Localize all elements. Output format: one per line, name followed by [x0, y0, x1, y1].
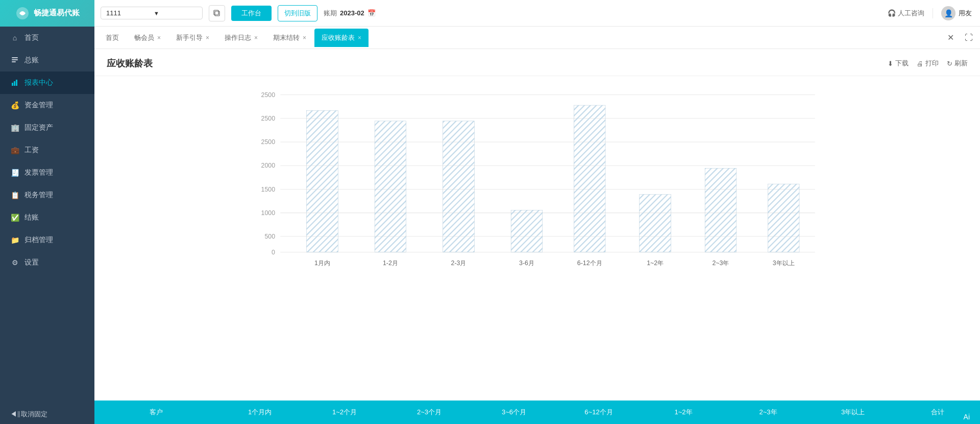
svg-rect-3 [12, 57, 18, 58]
sidebar-pin-toggle[interactable]: ◀‖取消固定 [0, 405, 94, 424]
asset-icon: 🏢 [10, 123, 19, 132]
sidebar-item-report[interactable]: 报表中心 [0, 72, 94, 94]
salary-icon: 💼 [10, 146, 19, 155]
tab-period-end[interactable]: 期末结转 × [266, 29, 313, 47]
tab-guide[interactable]: 新手引导 × [169, 29, 216, 47]
invoice-icon: 🧾 [10, 168, 19, 177]
sidebar-item-fund[interactable]: 💰 资金管理 [0, 94, 94, 116]
header: 畅捷通易代账 1111 ▼ 工作台 切到旧版 账期 2023-02 📅 🎧 人工… [0, 0, 980, 27]
calendar-icon[interactable]: 📅 [368, 9, 376, 17]
sidebar-label-asset: 固定资产 [24, 123, 53, 132]
header-divider [933, 8, 933, 18]
col-6-12month: 6~12个月 [556, 408, 641, 417]
svg-text:2500: 2500 [261, 91, 276, 99]
tab-aging[interactable]: 应收账龄表 × [314, 29, 369, 47]
sidebar-item-ledger[interactable]: 总账 [0, 49, 94, 72]
tab-member-close[interactable]: × [157, 34, 161, 41]
sidebar-label-fund: 资金管理 [24, 101, 53, 110]
svg-rect-4 [12, 59, 18, 60]
svg-rect-5 [12, 61, 16, 62]
refresh-button[interactable]: ↻ 刷新 [947, 59, 968, 68]
workbench-button[interactable]: 工作台 [231, 6, 272, 21]
svg-text:0: 0 [272, 249, 275, 256]
copy-button[interactable] [209, 5, 225, 21]
expand-tab-button[interactable]: ⛶ [962, 31, 976, 45]
print-button[interactable]: 🖨 打印 [917, 59, 939, 68]
col-3year-plus: 3年以上 [811, 408, 895, 417]
col-1month: 1个月内 [217, 408, 302, 417]
svg-rect-26 [307, 110, 338, 252]
fund-icon: 💰 [10, 101, 19, 110]
period-label: 账期 [324, 9, 337, 18]
sidebar-label-invoice: 发票管理 [24, 168, 53, 177]
col-1-2month: 1~2个月 [302, 408, 387, 417]
col-1-2year: 1~2年 [641, 408, 726, 417]
consult-button[interactable]: 🎧 人工咨询 [888, 9, 924, 18]
col-2-3year: 2~3年 [726, 408, 811, 417]
switch-version-button[interactable]: 切到旧版 [278, 5, 317, 21]
svg-text:500: 500 [264, 233, 275, 240]
sidebar-label-tax: 税务管理 [24, 191, 53, 200]
tab-guide-label: 新手引导 [176, 33, 203, 42]
sidebar-label-checkout: 结账 [24, 213, 39, 222]
tab-member[interactable]: 畅会员 × [127, 29, 168, 47]
sidebar-item-home[interactable]: ⌂ 首页 [0, 27, 94, 49]
svg-rect-30 [574, 105, 605, 252]
col-3-6month: 3~6个月 [472, 408, 556, 417]
svg-text:1-2月: 1-2月 [383, 260, 398, 267]
tab-home[interactable]: 首页 [99, 29, 126, 47]
page-content: 应收账龄表 ⬇ 下载 🖨 打印 ↻ 刷新 [94, 49, 980, 424]
refresh-icon: ↻ [947, 60, 952, 67]
sidebar-item-settings[interactable]: ⚙ 设置 [0, 251, 94, 274]
svg-rect-1 [215, 11, 219, 16]
sidebar-item-salary[interactable]: 💼 工资 [0, 139, 94, 161]
svg-text:1~2年: 1~2年 [647, 260, 664, 267]
svg-text:1000: 1000 [261, 209, 276, 217]
chart-area: 2500 2500 2500 2000 1500 1000 500 0 [94, 76, 980, 401]
print-icon: 🖨 [917, 60, 923, 67]
sidebar-item-tax[interactable]: 📋 税务管理 [0, 184, 94, 206]
svg-text:2-3月: 2-3月 [451, 260, 467, 267]
avatar-icon: 👤 [944, 9, 953, 17]
download-label: 下载 [895, 59, 909, 68]
tab-log-label: 操作日志 [225, 33, 251, 42]
page-title: 应收账龄表 [107, 57, 153, 69]
user-area[interactable]: 👤 用友 [941, 6, 972, 20]
ledger-icon [10, 56, 19, 65]
sidebar-item-asset[interactable]: 🏢 固定资产 [0, 116, 94, 139]
company-selector[interactable]: 1111 ▼ [101, 7, 203, 19]
svg-text:3-6月: 3-6月 [519, 260, 534, 267]
page-header: 应收账龄表 ⬇ 下载 🖨 打印 ↻ 刷新 [94, 49, 980, 76]
period-area: 账期 2023-02 📅 [324, 9, 376, 18]
avatar: 👤 [941, 6, 955, 20]
svg-rect-28 [443, 121, 475, 252]
header-right: 🎧 人工咨询 👤 用友 [888, 6, 972, 20]
download-button[interactable]: ⬇ 下载 [888, 59, 909, 68]
sidebar-item-checkout[interactable]: ✅ 结账 [0, 206, 94, 229]
page-actions: ⬇ 下载 🖨 打印 ↻ 刷新 [888, 59, 968, 68]
tab-log[interactable]: 操作日志 × [217, 29, 265, 47]
svg-text:6-12个月: 6-12个月 [577, 260, 602, 267]
consult-label: 人工咨询 [898, 9, 924, 18]
sidebar-item-archive[interactable]: 📁 归档管理 [0, 229, 94, 251]
tab-log-close[interactable]: × [254, 34, 258, 41]
dropdown-icon: ▼ [154, 10, 197, 16]
pin-label: ◀‖取消固定 [10, 410, 47, 419]
tab-guide-close[interactable]: × [206, 34, 209, 41]
home-icon: ⌂ [10, 33, 19, 42]
svg-rect-7 [14, 81, 15, 86]
close-tab-button[interactable]: ✕ [943, 31, 958, 45]
sidebar-item-invoice[interactable]: 🧾 发票管理 [0, 161, 94, 184]
tab-aging-close[interactable]: × [358, 34, 361, 41]
tab-period-end-label: 期末结转 [273, 33, 300, 42]
svg-rect-33 [768, 184, 799, 252]
tab-period-end-close[interactable]: × [303, 34, 306, 41]
svg-text:2000: 2000 [261, 162, 276, 169]
tab-home-label: 首页 [106, 33, 119, 42]
company-name: 1111 [106, 9, 150, 17]
ai-badge[interactable]: Ai [953, 410, 980, 424]
tab-member-label: 畅会员 [134, 33, 154, 42]
period-value: 2023-02 [340, 9, 364, 17]
svg-text:2500: 2500 [261, 115, 276, 122]
table-header: 客户 1个月内 1~2个月 2~3个月 3~6个月 6~12个月 1~2年 2~… [94, 401, 980, 424]
